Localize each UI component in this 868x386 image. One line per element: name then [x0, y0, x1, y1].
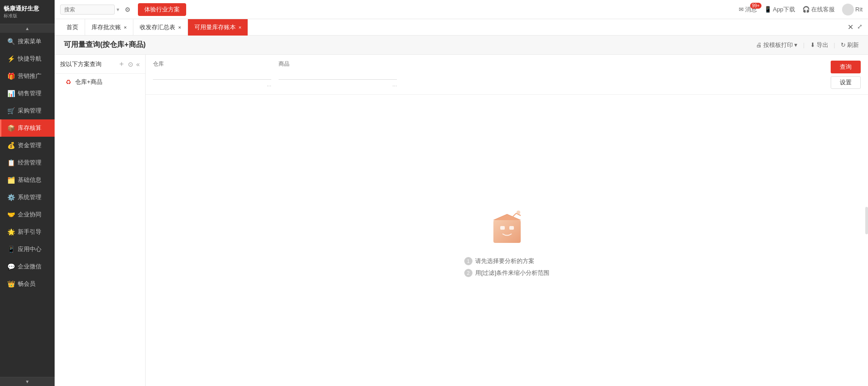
lightning-icon: ⚡: [7, 55, 15, 62]
sidebar-item-marketing[interactable]: 🎁 营销推广: [0, 67, 55, 85]
box-icon: 📦: [7, 124, 15, 132]
svg-rect-0: [493, 220, 521, 243]
gift-icon: 🎁: [7, 72, 15, 80]
tip-2: 2 用[过滤]条件来缩小分析范围: [464, 269, 549, 277]
tip-num-2: 2: [464, 269, 472, 277]
sidebar-item-member[interactable]: 👑 畅会员: [0, 275, 55, 293]
left-panel-icons: ＋ ⊙ «: [118, 59, 140, 69]
sidebar-item-search[interactable]: 🔍 搜索菜单: [0, 33, 55, 50]
tip-num-1: 1: [464, 257, 472, 265]
sidebar-item-wechat[interactable]: 💬 企业微信: [0, 258, 55, 275]
app-download-btn[interactable]: 📱 App下载: [764, 5, 795, 14]
handshake-icon: 🤝: [7, 211, 15, 218]
cart-icon: 🛒: [7, 107, 15, 114]
divider: |: [803, 41, 804, 48]
settings-button[interactable]: 设置: [831, 76, 861, 89]
print-btn[interactable]: 🖨 按模板打印 ▾: [756, 41, 797, 49]
tab-close-available-ledger[interactable]: ×: [239, 25, 241, 30]
sidebar-brand: 畅康通好生意 标准版: [0, 0, 55, 24]
goods-input[interactable]: [279, 70, 397, 80]
sidebar-item-apps[interactable]: 📱 应用中心: [0, 241, 55, 258]
sidebar-item-finance[interactable]: 💰 资金管理: [0, 137, 55, 154]
crown-icon: 👑: [7, 280, 15, 288]
industry-btn[interactable]: 体验行业方案: [138, 3, 186, 16]
tab-home[interactable]: 首页: [60, 19, 85, 36]
chat-icon: 💬: [7, 263, 15, 270]
sidebar-item-basic[interactable]: 🗂️ 基础信息: [0, 171, 55, 189]
divider: |: [834, 41, 835, 48]
topbar: ▾ ⚙ 体验行业方案 ✉ 消息 99+ 📱 App下载 🎧 在线客服 Rit: [55, 0, 868, 19]
message-btn[interactable]: ✉ 消息 99+: [739, 5, 757, 14]
settings-icon[interactable]: ⊙: [128, 61, 133, 68]
warehouse-input[interactable]: [153, 70, 271, 80]
export-btn[interactable]: ⬇ 导出: [810, 41, 828, 49]
phone-icon: 📱: [764, 6, 772, 13]
svg-rect-1: [500, 226, 505, 230]
topbar-right: ✉ 消息 99+ 📱 App下载 🎧 在线客服 Rit: [739, 4, 863, 15]
message-badge: 99+: [750, 3, 761, 9]
svg-point-5: [517, 211, 520, 214]
service-btn[interactable]: 🎧 在线客服: [802, 5, 835, 14]
folder-icon: 🗂️: [7, 176, 15, 184]
clipboard-icon: 📋: [7, 159, 15, 166]
sidebar-item-sales[interactable]: 📊 销售管理: [0, 85, 55, 102]
gear-icon: ⚙️: [7, 194, 15, 201]
chevron-down-icon[interactable]: ▾: [117, 6, 119, 13]
tab-bar: 首页 库存批次账 × 收发存汇总表 × 可用量库存账本 × ✕ ⤢: [55, 19, 868, 36]
search-icon: 🔍: [7, 38, 15, 45]
money-icon: 💰: [7, 142, 15, 149]
avatar-image: [842, 4, 854, 15]
sidebar-item-system[interactable]: ⚙️ 系统管理: [0, 189, 55, 206]
tab-close-collect-account[interactable]: ×: [178, 25, 181, 30]
sidebar-scroll-down[interactable]: ▼: [0, 377, 55, 386]
query-button[interactable]: 查询: [831, 61, 861, 73]
sidebar-item-quick-nav[interactable]: ⚡ 快捷导航: [0, 50, 55, 67]
left-panel: 按以下方案查询 ＋ ⊙ « ♻ 仓库+商品: [55, 55, 146, 386]
phone-icon: 📱: [7, 246, 15, 253]
scroll-indicator: [865, 207, 868, 234]
sidebar-item-guide[interactable]: 🌟 新手引导: [0, 223, 55, 241]
filter-bar: 仓库 ··· 商品 ··· 查询 设置: [146, 55, 868, 95]
sidebar-item-enterprise[interactable]: 🤝 企业协同: [0, 206, 55, 223]
refresh-btn[interactable]: ↻ 刷新: [841, 41, 859, 49]
tab-close-batch-account[interactable]: ×: [124, 25, 127, 30]
goods-label: 商品: [279, 60, 289, 68]
tab-available-ledger[interactable]: 可用量库存账本 ×: [188, 19, 248, 36]
main-area: ▾ ⚙ 体验行业方案 ✉ 消息 99+ 📱 App下载 🎧 在线客服 Rit: [55, 0, 868, 386]
goods-filter: 商品 ···: [279, 60, 397, 89]
tip-1: 1 请先选择要分析的方案: [464, 257, 549, 265]
chevron-down-icon: ▾: [794, 41, 797, 48]
search-input[interactable]: [60, 5, 115, 15]
tabs-controls: ✕ ⤢: [848, 23, 863, 31]
add-icon[interactable]: ＋: [118, 59, 125, 69]
sidebar-item-operation[interactable]: 📋 经营管理: [0, 154, 55, 171]
page-header-actions: 🖨 按模板打印 ▾ | ⬇ 导出 | ↻ 刷新: [756, 41, 859, 49]
message-icon: ✉: [739, 6, 744, 13]
gear-icon[interactable]: ⚙: [125, 6, 131, 13]
collapse-icon[interactable]: «: [136, 61, 140, 68]
sidebar: 畅康通好生意 标准版 ▲ 🔍 搜索菜单 ⚡ 快捷导航 🎁 营销推广 📊 销售管理…: [0, 0, 55, 386]
chart-icon: 📊: [7, 90, 15, 97]
topbar-search: ▾: [60, 5, 119, 15]
refresh-icon: ↻: [841, 41, 846, 48]
sidebar-scroll-up[interactable]: ▲: [0, 24, 55, 33]
export-icon: ⬇: [810, 41, 815, 48]
left-panel-title: 按以下方案查询: [60, 60, 102, 68]
tab-collect-account[interactable]: 收发存汇总表 ×: [133, 19, 188, 36]
warehouse-filter: 仓库 ···: [153, 60, 271, 89]
expand-icon[interactable]: ⤢: [857, 23, 863, 31]
svg-rect-2: [509, 226, 514, 230]
empty-state: 1 请先选择要分析的方案 2 用[过滤]条件来缩小分析范围: [146, 95, 868, 386]
empty-illustration: [484, 204, 530, 250]
user-avatar[interactable]: Rit: [842, 4, 863, 15]
close-all-tabs-icon[interactable]: ✕: [848, 23, 853, 31]
page-title: 可用量查询(按仓库+商品): [64, 40, 146, 50]
filter-actions: 查询 设置: [831, 61, 861, 89]
headset-icon: 🎧: [802, 6, 810, 13]
sidebar-item-inventory[interactable]: 📦 库存核算: [0, 119, 55, 137]
tab-batch-account[interactable]: 库存批次账 ×: [85, 19, 133, 36]
content-area: 按以下方案查询 ＋ ⊙ « ♻ 仓库+商品 仓库 ···: [55, 55, 868, 386]
left-panel-item-warehouse-goods[interactable]: ♻ 仓库+商品: [55, 74, 145, 90]
brand-sub: 标准版: [4, 13, 51, 19]
sidebar-item-purchase[interactable]: 🛒 采购管理: [0, 102, 55, 119]
